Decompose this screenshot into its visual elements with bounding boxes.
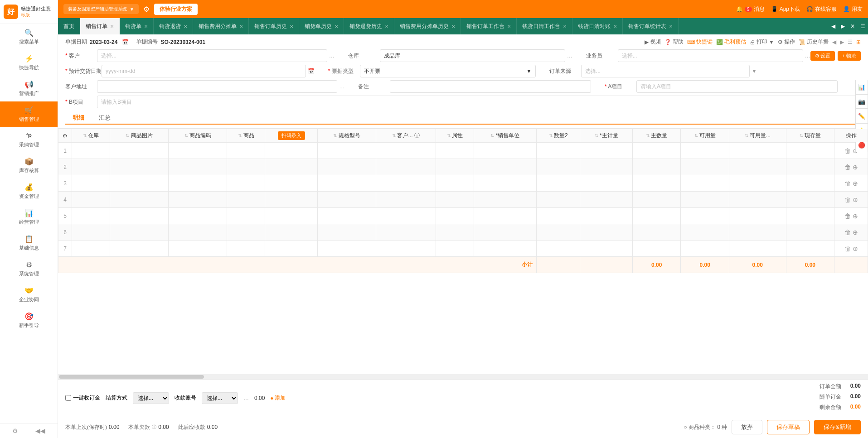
row-4-customer-code[interactable]: [376, 192, 436, 208]
row-2-stock[interactable]: [786, 159, 834, 175]
sidebar-item-purchase[interactable]: 🛍 采购管理: [0, 127, 58, 153]
row-1-delete-icon[interactable]: 🗑: [844, 147, 851, 154]
row-6-avail2[interactable]: [729, 224, 786, 241]
sidebar-item-system[interactable]: ⚙ 系统管理: [0, 256, 58, 282]
sidebar-item-collab[interactable]: 🤝 企业协同: [0, 282, 58, 308]
row-2-delete-icon[interactable]: 🗑: [844, 164, 851, 171]
row-5-main-qty[interactable]: [632, 208, 681, 224]
row-1-qty2[interactable]: [536, 143, 580, 159]
save-new-button[interactable]: 保存&新增: [814, 420, 861, 434]
row-4-qty2[interactable]: [536, 192, 580, 208]
row-6-stock[interactable]: [786, 224, 834, 241]
tab-prev-arrow[interactable]: ◀: [829, 23, 838, 29]
row-2-attr[interactable]: [436, 159, 474, 175]
row-7-avail[interactable]: [681, 241, 729, 257]
row-5-qty2[interactable]: [536, 208, 580, 224]
delivery-date-input[interactable]: yyyy-mm-dd: [102, 65, 306, 77]
tab-sales-return[interactable]: 销货退货 ✕: [154, 18, 193, 34]
row-6-attr[interactable]: [436, 224, 474, 241]
row-7-scan[interactable]: [265, 241, 317, 257]
row-1-image[interactable]: [110, 143, 168, 159]
row-4-unit[interactable]: [474, 192, 536, 208]
tab-summary[interactable]: 汇总: [92, 112, 118, 124]
shortcut-action[interactable]: ⌨ 快捷键: [687, 38, 713, 46]
row-6-unit[interactable]: [474, 224, 536, 241]
row-2-spec[interactable]: [317, 159, 376, 175]
row-1-main-qty[interactable]: [632, 143, 681, 159]
nav-next-icon[interactable]: ▶: [840, 39, 844, 45]
right-panel-edit-icon[interactable]: ✏️: [855, 109, 868, 123]
tab-close-icon[interactable]: ✕: [335, 24, 338, 29]
row-2-main-qty[interactable]: [632, 159, 681, 175]
row-2-qty2[interactable]: [536, 159, 580, 175]
help-action[interactable]: ❓ 帮助: [664, 38, 684, 46]
row-2-unit[interactable]: [474, 159, 536, 175]
add-btn[interactable]: ● 添加: [270, 394, 285, 402]
row-4-avail[interactable]: [681, 192, 729, 208]
row-3-scan[interactable]: [265, 175, 317, 192]
row-2-scan[interactable]: [265, 159, 317, 175]
bank-account-select[interactable]: 选择...: [202, 392, 238, 404]
row-3-warehouse[interactable]: [72, 175, 110, 192]
tab-sales-return-history[interactable]: 销货退货历史 ✕: [344, 18, 394, 34]
row-4-spec[interactable]: [317, 192, 376, 208]
app-selector[interactable]: 装备及固定资产辅助管理系统 ▼: [63, 4, 139, 14]
row-7-image[interactable]: [110, 241, 168, 257]
view-action[interactable]: ▶ 视频: [645, 38, 661, 46]
b-project-input[interactable]: 请输入B项目: [97, 96, 861, 108]
row-4-code[interactable]: [169, 192, 227, 208]
right-panel-camera-icon[interactable]: 📷: [855, 94, 868, 109]
payment-method-select[interactable]: 选择...: [133, 392, 169, 404]
row-7-main-unit[interactable]: [580, 241, 632, 257]
row-2-code[interactable]: [169, 159, 227, 175]
horizontal-scrollbar[interactable]: [58, 374, 868, 380]
row-3-code[interactable]: [169, 175, 227, 192]
row-6-code[interactable]: [169, 224, 227, 241]
row-3-unit[interactable]: [474, 175, 536, 192]
row-2-main-unit[interactable]: [580, 159, 632, 175]
tab-close-icon[interactable]: ✕: [144, 24, 148, 29]
row-5-copy-icon[interactable]: ⊕: [853, 212, 858, 220]
row-3-qty2[interactable]: [536, 175, 580, 192]
row-5-warehouse[interactable]: [72, 208, 110, 224]
row-5-product[interactable]: [227, 208, 265, 224]
tab-sales-order-history[interactable]: 销售订单历史 ✕: [249, 18, 299, 34]
row-1-attr[interactable]: [436, 143, 474, 159]
note-input[interactable]: [390, 80, 591, 93]
order-source-input[interactable]: 选择...: [581, 65, 750, 77]
row-7-spec[interactable]: [317, 241, 376, 257]
row-3-attr[interactable]: [436, 175, 474, 192]
tab-close-icon[interactable]: ✕: [563, 24, 567, 29]
row-3-spec[interactable]: [317, 175, 376, 192]
customer-address-input[interactable]: [97, 80, 337, 93]
row-1-product[interactable]: [227, 143, 265, 159]
row-1-stock[interactable]: [786, 143, 834, 159]
grid-view-icon[interactable]: ⊞: [856, 39, 861, 45]
invoice-type-input[interactable]: 不开票 ▼: [360, 65, 536, 77]
online-service-item[interactable]: 🎧 在线客服: [806, 5, 837, 13]
order-source-chevron-icon[interactable]: ▼: [752, 68, 757, 74]
row-5-main-unit[interactable]: [580, 208, 632, 224]
row-1-warehouse[interactable]: [72, 143, 110, 159]
save-draft-button[interactable]: 保存草稿: [767, 420, 810, 434]
row-5-attr[interactable]: [436, 208, 474, 224]
row-2-customer-code[interactable]: [376, 159, 436, 175]
row-7-avail2[interactable]: [729, 241, 786, 257]
row-6-spec[interactable]: [317, 224, 376, 241]
tab-cash-workbench[interactable]: 钱货日清工作台 ✕: [517, 18, 572, 34]
user-item[interactable]: 👤 用友: [843, 5, 863, 13]
row-4-warehouse[interactable]: [72, 192, 110, 208]
sidebar-item-basic[interactable]: 📋 基础信息: [0, 230, 58, 256]
row-2-product[interactable]: [227, 159, 265, 175]
row-4-delete-icon[interactable]: 🗑: [844, 196, 851, 203]
row-7-stock[interactable]: [786, 241, 834, 257]
tab-close-icon[interactable]: ✕: [239, 24, 243, 29]
tab-close-icon[interactable]: ✕: [184, 24, 187, 29]
row-6-scan[interactable]: [265, 224, 317, 241]
row-4-main-qty[interactable]: [632, 192, 681, 208]
row-5-avail2[interactable]: [729, 208, 786, 224]
row-1-unit[interactable]: [474, 143, 536, 159]
row-4-avail2[interactable]: [729, 192, 786, 208]
tab-sales-cost-history[interactable]: 销售费用分摊单历史 ✕: [394, 18, 461, 34]
row-2-avail2[interactable]: [729, 159, 786, 175]
